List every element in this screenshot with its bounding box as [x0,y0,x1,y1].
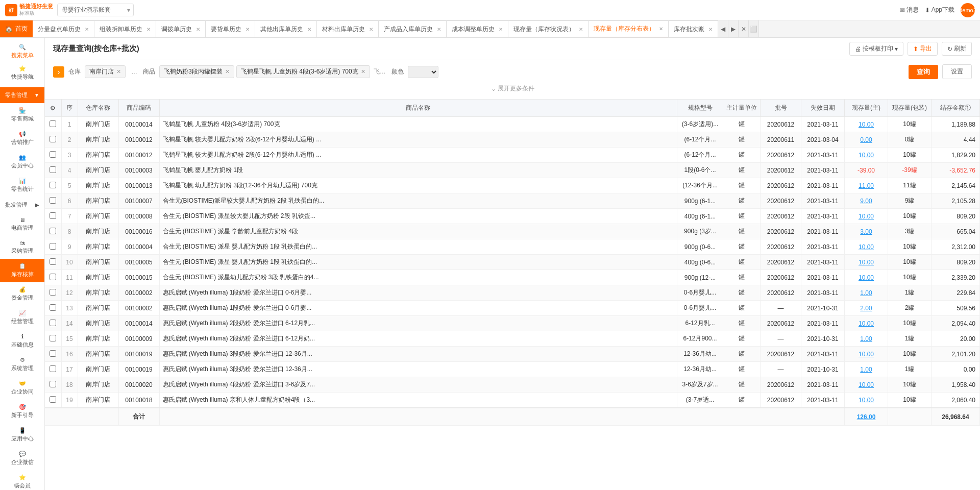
cell-stock-main[interactable]: 10.00 [845,117,888,132]
tab-close-icon[interactable]: ✕ [85,27,89,32]
cell-stock-main[interactable]: 9.00 [845,193,888,209]
cell-checkbox[interactable] [45,347,61,362]
cell-stock-main[interactable]: 1.00 [845,362,888,377]
cell-checkbox[interactable] [45,117,61,132]
row-checkbox[interactable] [50,304,56,311]
tab-close-icon[interactable]: ✕ [708,27,713,32]
cell-checkbox[interactable] [45,316,61,331]
sidebar-item-ecommerce[interactable]: 🖥 电商管理 [0,213,44,236]
cell-stock-main[interactable]: 3.00 [845,224,888,239]
product-more[interactable]: 飞… [372,66,387,78]
cell-stock-main[interactable]: 10.00 [845,239,888,255]
row-checkbox[interactable] [50,274,56,280]
tab-material-out[interactable]: 材料出库单历史 ✕ [317,20,379,38]
row-checkbox[interactable] [50,197,56,204]
cell-stock-main[interactable]: 0.00 [845,132,888,148]
cell-checkbox[interactable] [45,132,61,148]
row-checkbox[interactable] [50,350,56,357]
tab-other-out[interactable]: 其他出库单历史 ✕ [255,20,317,38]
tab-close-all-btn[interactable]: ✕ [739,20,749,38]
product-tag-1[interactable]: 飞鹤星飞帆 儿童奶粉 4段(3-6岁适用) 700克 ✕ [236,65,370,78]
settings-btn[interactable]: 设置 [942,64,972,79]
cell-checkbox[interactable] [45,270,61,285]
sidebar-item-purchase[interactable]: 🛍 采购管理 [0,236,44,259]
tab-close-icon[interactable]: ✕ [146,27,151,32]
sidebar-item-basic-info[interactable]: ℹ 基础信息 [0,329,44,353]
account-dropdown[interactable]: 母婴行业演示账套 ▾ [57,4,134,16]
expand-more-btn[interactable]: ⌄ 展开更多条件 [489,82,536,95]
tab-close-icon[interactable]: ✕ [437,27,441,32]
message-btn[interactable]: ✉ 消息 [900,6,919,14]
cell-stock-main[interactable]: 10.00 [845,347,888,362]
sidebar-search-menu[interactable]: 🔍 搜索菜单 [0,41,44,62]
sidebar-item-finance[interactable]: 💰 资金管理 [0,282,44,306]
sidebar-item-inventory[interactable]: 📋 库存核算 [0,259,44,282]
row-checkbox[interactable] [50,365,56,372]
row-checkbox[interactable] [50,212,56,219]
cell-checkbox[interactable] [45,285,61,301]
filter-expand-btn[interactable]: › [53,66,64,78]
cell-stock-main[interactable]: 1.00 [845,331,888,347]
tab-close-icon[interactable]: ✕ [659,26,663,32]
cell-stock-main[interactable]: 10.00 [845,209,888,224]
sidebar-item-enterprise-wx[interactable]: 💬 企业微信 [0,447,44,470]
color-dropdown[interactable] [408,66,438,78]
product-tag-1-close[interactable]: ✕ [361,68,365,75]
row-checkbox[interactable] [50,289,56,296]
sidebar-item-new-guide[interactable]: 🎯 新手引导 [0,400,44,423]
tab-diao-bo[interactable]: 调拨单历史 ✕ [156,20,206,38]
cell-checkbox[interactable] [45,224,61,239]
sidebar-item-marketing[interactable]: 📢 营销推广 [0,127,44,150]
product-tag-0[interactable]: 飞鹤奶粉3段丙罐摆装 ✕ [159,65,234,78]
cell-stock-main[interactable]: 10.00 [845,270,888,285]
cell-checkbox[interactable] [45,209,61,224]
sidebar-item-member[interactable]: 👥 会员中心 [0,150,44,174]
export-btn[interactable]: ⬆ 导出 [908,42,938,56]
tab-cost-adj[interactable]: 成本调整单历史 ✕ [447,20,508,38]
row-checkbox[interactable] [50,243,56,250]
tab-zu-chai[interactable]: 组装拆卸单历史 ✕ [94,20,156,38]
tab-close-icon[interactable]: ✕ [196,27,200,32]
cell-checkbox[interactable] [45,393,61,408]
tab-close-icon[interactable]: ✕ [307,27,311,32]
product-tag-0-close[interactable]: ✕ [225,68,230,75]
tab-batch-query[interactable]: 库存批次账 ✕ [669,20,718,38]
tab-prev-btn[interactable]: ◀ [718,20,728,38]
tab-produce-in[interactable]: 产成品入库单历史 ✕ [379,20,447,38]
query-btn[interactable]: 查询 [909,65,938,79]
sidebar-item-app-center[interactable]: 📱 应用中心 [0,423,44,447]
row-checkbox[interactable] [50,182,56,188]
tab-close-icon[interactable]: ✕ [246,27,250,32]
sidebar-item-operations[interactable]: 📈 经营管理 [0,306,44,329]
cell-checkbox[interactable] [45,331,61,347]
row-checkbox[interactable] [50,258,56,265]
row-checkbox[interactable] [50,335,56,341]
tab-close-icon[interactable]: ✕ [499,27,503,32]
tab-close-icon[interactable]: ✕ [579,27,583,32]
sidebar-item-retail-shop[interactable]: 🏪 零售商城 [0,103,44,127]
row-checkbox[interactable] [50,320,56,326]
tab-close-icon[interactable]: ✕ [369,27,373,32]
cell-stock-main[interactable]: 10.00 [845,377,888,393]
cell-checkbox[interactable] [45,255,61,270]
sidebar-item-wholesale[interactable]: 批发管理 ▶ [0,197,44,213]
warehouse-tag-close[interactable]: ✕ [116,68,121,75]
cell-checkbox[interactable] [45,178,61,193]
row-checkbox[interactable] [50,381,56,387]
tab-stock-status[interactable]: 现存量（库存状况表） ✕ [508,20,589,38]
user-avatar[interactable]: demo2 [961,3,975,17]
cell-stock-main[interactable]: 1.00 [845,285,888,301]
cell-stock-main[interactable]: 11.00 [845,178,888,193]
sidebar-item-member-plus[interactable]: ⭐ 畅会员 [0,470,44,490]
cell-checkbox[interactable] [45,193,61,209]
row-checkbox[interactable] [50,136,56,142]
tab-fen-pan[interactable]: 分量盘点单历史 ✕ [33,20,94,38]
cell-stock-main[interactable]: 10.00 [845,316,888,331]
warehouse-tag[interactable]: 南岸门店 ✕ [85,65,126,78]
row-checkbox[interactable] [50,228,56,234]
row-checkbox[interactable] [50,120,56,127]
row-checkbox[interactable] [50,151,56,158]
cell-stock-main[interactable]: 10.00 [845,148,888,163]
sidebar-quick-nav[interactable]: ⭐ 快捷导航 [0,62,44,84]
tab-stock-dist[interactable]: 现存量（库存分布表） ✕ [589,20,669,38]
